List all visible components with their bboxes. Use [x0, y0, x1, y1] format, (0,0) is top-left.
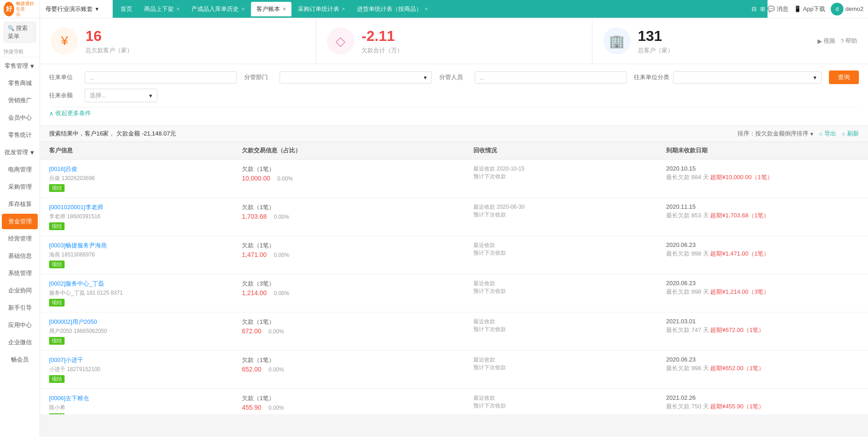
- sidebar-item-basic-info[interactable]: 基础信息: [2, 248, 38, 264]
- debt-amount-0[interactable]: 10,000.00: [242, 175, 270, 182]
- stat-info-owed: 16 总欠款客户（家）: [85, 27, 133, 55]
- search-menu-btn[interactable]: 🔍 搜索菜单: [4, 22, 36, 43]
- sidebar-item-members[interactable]: 会员中心: [2, 110, 38, 126]
- refresh-btn[interactable]: ○ 刷新: [842, 130, 859, 138]
- sidebar-item-retail-mall[interactable]: 零售商城: [2, 75, 38, 91]
- overdue-link-3[interactable]: 超期¥1,214.00（3笔）: [710, 288, 769, 295]
- debt-percent-3: 0.00%: [274, 290, 289, 296]
- customer-name-3[interactable]: [0002]服务中心_丁磊: [49, 280, 242, 288]
- filter-source-unit-label: 往来单位: [49, 73, 81, 81]
- sidebar-item-app-center[interactable]: 应用中心: [2, 317, 38, 333]
- customer-name-0[interactable]: [0016]吕俊: [49, 165, 242, 173]
- sidebar-item-purchase[interactable]: 采购管理: [2, 179, 38, 195]
- due-date-1: 2020.11.15: [666, 203, 859, 210]
- app-download-icon: 📱: [794, 5, 801, 12]
- debt-percent-1: 0.00%: [274, 214, 289, 220]
- customer-name-1[interactable]: [0001020001]李老师: [49, 203, 242, 211]
- table-row: [0016]吕俊 吕俊 13026203696 现结 欠款（1笔） 10,000…: [40, 160, 868, 198]
- export-btn[interactable]: ○ 导出: [819, 130, 836, 138]
- debt-count-1: 欠款（1笔）: [242, 203, 473, 211]
- debt-cell-6: 欠款（1笔） 455.90 0.00%: [242, 394, 473, 411]
- dept-select[interactable]: ▾: [280, 71, 432, 84]
- user-avatar[interactable]: d demo2: [831, 3, 863, 15]
- company-selector[interactable]: 母婴行业演示账套 ▾: [40, 0, 113, 18]
- sort-selector[interactable]: 排序：按欠款金额倒序排序 ▾: [738, 130, 813, 138]
- customer-name-4[interactable]: [000002]用户2050: [49, 318, 242, 326]
- sidebar-item-retail-mgmt[interactable]: 零售管理 ▼: [2, 58, 38, 74]
- sidebar-item-vip[interactable]: 畅会员: [2, 352, 38, 367]
- tab-maximize-icon[interactable]: ⊞: [760, 5, 765, 12]
- tab-customer-ledger[interactable]: 客户账本 ×: [251, 2, 291, 16]
- debt-amount-6[interactable]: 455.90: [242, 404, 261, 411]
- tab-goods-stats[interactable]: 进货单统计表（按商品） ×: [351, 2, 433, 16]
- customer-name-5[interactable]: [0007]小进千: [49, 356, 242, 364]
- sidebar-item-enterprise[interactable]: 企业协同: [2, 283, 38, 298]
- tab-close-production[interactable]: ×: [241, 6, 245, 12]
- col-header-customer: 客户信息: [49, 146, 242, 155]
- debt-percent-4: 0.00%: [269, 328, 284, 335]
- tab-close-goods[interactable]: ×: [425, 6, 428, 12]
- tab-home[interactable]: 首页: [115, 2, 138, 16]
- sidebar-item-system[interactable]: 系统管理: [2, 266, 38, 281]
- tab-production[interactable]: 产成品入库单历史 ×: [186, 2, 250, 16]
- tab-close-purchase[interactable]: ×: [342, 6, 345, 12]
- quick-nav-label: 快捷导航: [0, 46, 40, 57]
- overdue-link-2[interactable]: 超期¥1,471.00（1笔）: [710, 250, 769, 257]
- message-btn[interactable]: 💬 消息: [768, 5, 788, 13]
- overdue-link-1[interactable]: 超期¥1,703.68（1笔）: [710, 212, 769, 219]
- collapse-btn[interactable]: ∧ 收起更多条件: [49, 109, 91, 117]
- overdue-link-6[interactable]: 超期¥455.90（1笔）: [710, 403, 764, 410]
- video-btn[interactable]: ▶ 视频: [818, 37, 835, 45]
- unit-category-select[interactable]: ▾: [673, 71, 822, 84]
- avatar-icon: d: [831, 3, 843, 15]
- sidebar-item-retail-stats[interactable]: 零售统计: [2, 127, 38, 143]
- customer-name-2[interactable]: [0003]畅捷服务尹海燕: [49, 241, 242, 250]
- search-btn[interactable]: 查询: [829, 70, 859, 84]
- customer-info-2: 海燕 18513066976: [49, 251, 242, 259]
- sidebar-item-inventory[interactable]: 库存核算: [2, 196, 38, 212]
- tab-close-customer[interactable]: ×: [283, 6, 286, 12]
- manager-input[interactable]: ...: [475, 71, 627, 84]
- stat-icon-total: 🏢: [603, 27, 631, 55]
- debt-cell-0: 欠款（1笔） 10,000.00 0.00%: [242, 165, 473, 182]
- filter-balance-label: 往来余额: [49, 91, 81, 100]
- customer-info-1: 李老师 18600391516: [49, 213, 242, 221]
- help-btn[interactable]: ? 帮助: [841, 37, 857, 45]
- sidebar-item-ecommerce[interactable]: 电商管理: [2, 162, 38, 177]
- debt-amount-1[interactable]: 1,703.68: [242, 213, 267, 220]
- sidebar-search-area: 🔍 搜索菜单: [0, 18, 40, 46]
- recovery-next-0: 预计下次收款: [473, 173, 666, 181]
- sidebar-item-guide[interactable]: 新手引导: [2, 300, 38, 316]
- overdue-link-5[interactable]: 超期¥652.00（1笔）: [710, 365, 764, 372]
- customer-info-5: 小进千 18279152100: [49, 366, 242, 373]
- customer-info-0: 吕俊 13026203696: [49, 175, 242, 182]
- overdue-link-0[interactable]: 超期¥10,000.00（1笔）: [710, 174, 773, 181]
- tab-minimize-icon[interactable]: ⊟: [752, 5, 757, 12]
- sidebar-item-wholesale-mgmt[interactable]: 批发管理 ▼: [2, 145, 38, 160]
- debt-amount-5[interactable]: 652.00: [242, 366, 261, 373]
- customer-name-6[interactable]: [0006]去下粮仓: [49, 394, 242, 402]
- debt-amount-2[interactable]: 1,471.00: [242, 251, 267, 258]
- stat-icon-owed: ¥: [51, 27, 78, 55]
- sidebar-item-operations[interactable]: 经营管理: [2, 231, 38, 246]
- filter-manager: 分管人员 ...: [439, 71, 627, 84]
- debt-amount-4[interactable]: 672.00: [242, 327, 261, 335]
- recovery-date-6: 最近收款: [473, 394, 666, 402]
- source-unit-input[interactable]: ...: [85, 71, 237, 84]
- app-download-btn[interactable]: 📱 App下载: [794, 5, 825, 13]
- recovery-next-4: 预计下次收款: [473, 326, 666, 333]
- sidebar-item-wechat[interactable]: 企业微信: [2, 335, 38, 350]
- tab-close-products[interactable]: ×: [176, 6, 180, 12]
- sidebar-item-finance[interactable]: 资金管理: [2, 214, 38, 229]
- tab-products[interactable]: 商品上下架 ×: [139, 2, 185, 16]
- debt-amount-3[interactable]: 1,214.00: [242, 289, 267, 296]
- tab-purchase-stats[interactable]: 采购订单统计表 ×: [292, 2, 351, 16]
- stat-label-amount: 欠款合计（万）: [361, 46, 403, 55]
- sidebar-item-marketing[interactable]: 营销推广: [2, 93, 38, 108]
- filter-balance: 往来余额 选择... ▾: [49, 89, 186, 102]
- table-row: [0003]畅捷服务尹海燕 海燕 18513066976 现结 欠款（1笔） 1…: [40, 236, 868, 274]
- recovery-next-1: 预计下次收款: [473, 211, 666, 219]
- balance-select[interactable]: 选择... ▾: [85, 89, 157, 102]
- due-cell-4: 2021.03.01 最长欠款 747 天 超期¥672.00（1笔）: [666, 318, 859, 334]
- overdue-link-4[interactable]: 超期¥672.00（1笔）: [710, 326, 764, 333]
